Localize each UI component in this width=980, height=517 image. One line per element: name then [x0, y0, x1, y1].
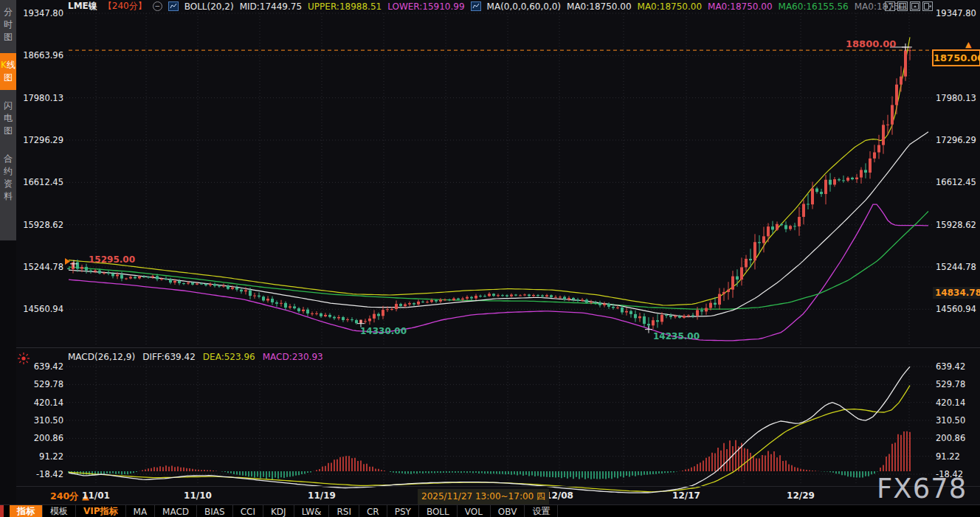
ma3-value: MA0:18750.00 [708, 1, 773, 12]
ma-indicator-icon[interactable] [471, 1, 481, 11]
macd-diff-value: DIFF:639.42 [142, 352, 196, 362]
ma2-value: MA0:18750.00 [638, 1, 703, 12]
macd-axis-left-label: 420.14 [21, 398, 63, 408]
macd-macd-value: MACD:230.93 [263, 352, 323, 362]
time-tick: 12/08 [545, 490, 573, 501]
price-axis-right-label: 19347.80 [936, 8, 976, 18]
macd-axis-left-label: 200.86 [21, 433, 63, 443]
symbol-name: LME镍 [68, 0, 97, 13]
toolbar-item-kdj[interactable]: KDJ [263, 505, 294, 517]
price-axis-right-label: 17296.29 [936, 135, 976, 145]
sidebar: 分时图 K线图 闪电图 合约资料 [0, 0, 16, 517]
indicator-header: LME镍 【240分】 − BOLL(20,2) MID:17449.75 UP… [68, 1, 908, 12]
toolbar-item-obv[interactable]: OBV [491, 505, 525, 517]
price-axis-right-label: 17980.13 [936, 93, 976, 103]
boll-upper-value: UPPER:18988.51 [308, 1, 382, 12]
collapse-indicator-icon[interactable]: − [153, 1, 162, 11]
boll-lower-value: LOWER:15910.99 [387, 1, 464, 12]
swing-low-label-2: 14235.00 [653, 331, 700, 341]
macd-axis-left-label: 310.50 [21, 415, 63, 426]
grid [66, 13, 933, 484]
sidebar-tab-time-chart[interactable]: 分时图 [0, 0, 16, 49]
price-axis-left-label: 15244.78 [21, 262, 63, 272]
session-high-label: 18800.00 [846, 38, 896, 49]
price-axis-right-label: 14560.94 [936, 304, 976, 314]
time-tick: 12/17 [672, 490, 700, 501]
price-axis-right-label: 16612.45 [936, 177, 976, 187]
prev-close-tick [65, 258, 70, 265]
period-label: 【240分】 [103, 0, 147, 13]
fx678-watermark: FX678 [877, 473, 967, 504]
macd-axis-right-label: 91.22 [936, 451, 960, 462]
toolbar-item-template[interactable]: 模板 [43, 505, 76, 517]
sidebar-tab-flash-chart[interactable]: 闪电图 [0, 94, 16, 143]
time-tick: 11/01 [82, 490, 110, 501]
toolbar-item-boll[interactable]: BOLL [419, 505, 458, 517]
price-axis-right-label: 15928.62 [936, 220, 976, 230]
ma-group-label: MA(0,0,0,60,0,0) [487, 1, 561, 12]
time-tick: 11/10 [184, 490, 212, 501]
price-axis-left-label: 14560.94 [21, 304, 63, 314]
sidebar-tab-kline-chart[interactable]: K线图 [0, 53, 16, 90]
toolbar-item-rsi[interactable]: RSI [329, 505, 359, 517]
boll-mid-value: MID:17449.75 [240, 1, 302, 12]
selected-bar-time: 2025/11/27 13:00~17:00 四 [418, 489, 549, 504]
price-axis-left-label: 16612.45 [21, 177, 63, 187]
pane-layout-icon[interactable] [897, 1, 908, 11]
toolbar-item-settings[interactable]: 设置 [525, 505, 558, 517]
price-axis-left-label: 15928.62 [21, 220, 63, 230]
sidebar-tabstrip: 分时图 K线图 闪电图 合约资料 [0, 0, 16, 240]
macd-header: MACD(26,12,9) DIFF:639.42 DEA:523.96 MAC… [68, 352, 323, 362]
toolbar-item-macd[interactable]: MACD [155, 505, 197, 517]
swing-low-label-1: 14330.00 [360, 326, 407, 336]
macd-axis-left-label: -18.42 [21, 469, 63, 479]
time-tick: 12/29 [787, 490, 815, 501]
ma1-value: MA0:18750.00 [567, 1, 632, 12]
chart-canvas[interactable] [0, 0, 980, 517]
alert-starburst-icon [16, 352, 31, 365]
ma60-value: MA60:16155.56 [779, 1, 849, 12]
axis-price-mark: 14834.78 [933, 287, 980, 299]
pane-split-icon[interactable] [910, 1, 920, 11]
pan-move-icon[interactable] [885, 1, 895, 11]
price-axis-left-label: 19347.80 [21, 8, 63, 18]
swing-high-label: 15295.00 [89, 254, 135, 265]
macd-axis-right-label: 200.86 [936, 433, 965, 443]
last-price-badge: 18750.00 [932, 49, 980, 66]
macd-dea-value: DEA:523.96 [203, 352, 255, 362]
macd-axis-right-label: 420.14 [936, 398, 965, 408]
price-axis-right-label: 15244.78 [936, 262, 976, 272]
indicator-toolbar: 指标模板VIP指标MAMACDBIASCCIKDJLW&RSICRPSYBOLL… [0, 504, 980, 517]
expand-right-icon[interactable] [922, 1, 933, 11]
price-axis-left-label: 17980.13 [21, 93, 63, 103]
toolbar-item-vip-indicator[interactable]: VIP指标 [76, 505, 126, 517]
boll-label: BOLL(20,2) [184, 1, 234, 12]
candlesticks [67, 46, 911, 330]
chart-tool-icons [885, 1, 933, 11]
toolbar-accent-mark [0, 505, 4, 517]
macd-axis-right-label: 639.42 [936, 361, 965, 372]
price-axis-left-label: 17296.29 [21, 135, 63, 145]
time-tick: 11/19 [308, 490, 336, 501]
toolbar-item-indicator[interactable]: 指标 [10, 505, 43, 517]
toolbar-item-psy[interactable]: PSY [387, 505, 419, 517]
toolbar-item-lwr[interactable]: LW& [294, 505, 330, 517]
macd-axis-right-label: 529.78 [936, 379, 965, 389]
macd-axis-left-label: 529.78 [21, 379, 63, 389]
toolbar-item-bias[interactable]: BIAS [197, 505, 233, 517]
toolbar-item-cr[interactable]: CR [359, 505, 387, 517]
time-axis: 240分 ▲ 11/0111/1011/1912/0812/1712/29202… [16, 486, 980, 504]
toolbar-item-vol[interactable]: VOL [458, 505, 491, 517]
sidebar-tab-contract-info[interactable]: 合约资料 [0, 147, 16, 209]
trading-app-window: 分时图 K线图 闪电图 合约资料 LME镍 【240分】 − BOLL(20,2… [0, 0, 980, 517]
macd-axis-left-label: 91.22 [21, 451, 63, 462]
macd-name: MACD(26,12,9) [68, 352, 135, 362]
boll-indicator-icon[interactable] [168, 1, 179, 11]
price-up-arrow-icon: ▲ [965, 40, 971, 49]
price-axis-left-label: 18663.96 [21, 50, 63, 60]
macd-axis-right-label: 310.50 [936, 415, 965, 426]
toolbar-item-cci[interactable]: CCI [233, 505, 263, 517]
toolbar-item-ma[interactable]: MA [126, 505, 156, 517]
